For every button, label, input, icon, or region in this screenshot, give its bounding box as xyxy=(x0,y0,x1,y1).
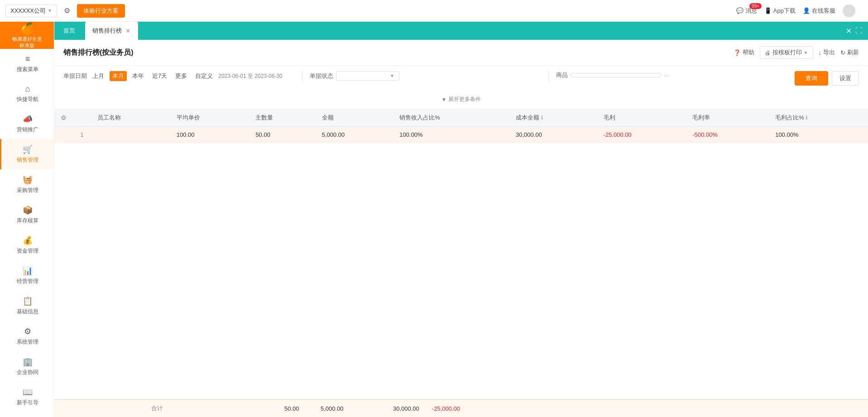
sidebar-item-label: 销售管理 xyxy=(17,156,38,164)
export-button[interactable]: ↓ 导出 xyxy=(819,48,835,57)
row-gross-ratio: 100.00% xyxy=(769,127,868,143)
sidebar-item-sales[interactable]: 🛒 销售管理 xyxy=(0,139,54,169)
operation-icon: 📊 xyxy=(23,266,33,276)
row-rank: 1 xyxy=(73,127,91,143)
status-select[interactable]: ▼ xyxy=(336,71,399,81)
sidebar-item-label: 经营管理 xyxy=(17,278,38,285)
sidebar-item-inventory[interactable]: 📦 库存核算 xyxy=(0,200,54,230)
message-button[interactable]: 💬 消息 99+ xyxy=(736,7,757,15)
status-arrow-icon: ▼ xyxy=(390,73,394,78)
system-icon: ⚙ xyxy=(24,326,31,336)
sidebar-item-system[interactable]: ⚙ 系统管理 xyxy=(0,321,54,351)
refresh-icon: ↻ xyxy=(840,49,845,56)
sidebar-item-label: 系统管理 xyxy=(17,338,38,346)
status-filter-label: 单据状态 xyxy=(310,72,333,80)
page-header: 销售排行榜(按业务员) ❓ 帮助 🖨 按模板打印 ▼ ↓ 导出 xyxy=(54,40,868,66)
sidebar-item-label: 搜索菜单 xyxy=(17,66,38,73)
tab-maximize-btn[interactable]: ⛶ xyxy=(855,27,863,35)
export-icon: ↓ xyxy=(819,49,822,56)
more-date-btn[interactable]: 更多 xyxy=(173,71,190,81)
goods-input[interactable] xyxy=(571,73,661,77)
help-button[interactable]: ❓ 帮助 xyxy=(734,48,754,57)
message-badge: 99+ xyxy=(749,3,762,9)
sidebar-item-search[interactable]: ≡ 搜索菜单 xyxy=(0,49,54,79)
trial-button[interactable]: 体验行业方案 xyxy=(77,4,125,18)
tab-close-window-btn[interactable]: ✕ xyxy=(846,27,852,35)
top-bar-left: XXXXXX公司 ▼ ⚙ 体验行业方案 xyxy=(5,4,125,18)
tab-sales-ranking[interactable]: 销售排行榜 ✕ xyxy=(85,22,138,40)
sidebar-item-label: 库存核算 xyxy=(17,217,38,225)
filter-divider-1 xyxy=(302,71,302,82)
print-icon: 🖨 xyxy=(765,49,771,56)
expand-label: 展开更多条件 xyxy=(448,96,481,103)
more-conditions-btn[interactable]: ··· xyxy=(664,72,669,79)
col-sales-ratio: 销售收入占比% xyxy=(393,109,509,127)
logo-text: 畅康通好生意标准版 xyxy=(12,36,42,49)
company-selector[interactable]: XXXXXX公司 ▼ xyxy=(5,5,57,17)
tab-close-icon[interactable]: ✕ xyxy=(125,28,131,34)
gross-ratio-info-icon[interactable]: ℹ xyxy=(806,115,808,121)
avatar[interactable] xyxy=(843,5,855,17)
cost-info-icon[interactable]: ℹ xyxy=(541,115,543,121)
footer-main-qty: 50.00 xyxy=(278,405,314,412)
sidebar-item-apps[interactable]: 📱 应用中心 xyxy=(0,412,54,417)
top-bar-right: 💬 消息 99+ 📱 App下载 👤 在线客服 xyxy=(736,5,863,17)
basic-icon: 📋 xyxy=(23,296,33,306)
col-main-qty: 主数量 xyxy=(249,109,315,127)
online-service-button[interactable]: 👤 在线客服 xyxy=(803,7,835,15)
query-button[interactable]: 查询 xyxy=(795,71,828,86)
last-month-btn[interactable]: 上月 xyxy=(90,71,107,81)
sidebar-item-finance[interactable]: 💰 资金管理 xyxy=(0,230,54,260)
online-service-label: 在线客服 xyxy=(812,7,835,15)
content-area: 首页 销售排行榜 ✕ ✕ ⛶ 销售排行榜(按业务员) ❓ 帮助 xyxy=(54,22,868,417)
table-area: ⚙ 员工名称 平均单价 主数量 全额 销售收入占比% 成本全额 ℹ xyxy=(54,109,868,399)
this-year-btn[interactable]: 本年 xyxy=(129,71,147,81)
sidebar-item-guide[interactable]: 📖 新手引导 xyxy=(0,382,54,412)
row-avg-price: 100.00 xyxy=(170,127,249,143)
sidebar-item-purchase[interactable]: 🧺 采购管理 xyxy=(0,169,54,200)
col-gross-rate: 毛利率 xyxy=(686,109,769,127)
sales-icon: 🛒 xyxy=(23,144,33,154)
refresh-button[interactable]: ↻ 刷新 xyxy=(840,48,859,57)
enterprise-icon: 🏢 xyxy=(23,357,33,367)
date-filter-buttons: 上月 本月 本年 近7天 更多 自定义 2023-06-01 至 2023-06… xyxy=(90,71,283,81)
this-month-btn[interactable]: 本月 xyxy=(110,71,127,81)
app-download-button[interactable]: 📱 App下载 xyxy=(764,7,796,15)
table-footer: 合计 50.00 5,000.00 30,000.00 -25,000.00 xyxy=(54,399,868,417)
app-download-label: App下载 xyxy=(773,7,796,15)
tab-bar-actions: ✕ ⛶ xyxy=(846,27,868,35)
page-header-actions: ❓ 帮助 🖨 按模板打印 ▼ ↓ 导出 ↻ 刷新 xyxy=(734,46,859,65)
filter-date-group: 单据日期 上月 本月 本年 近7天 更多 自定义 2023-06-01 至 20… xyxy=(63,71,295,81)
sidebar-item-operation[interactable]: 📊 经营管理 xyxy=(0,260,54,291)
col-name: 员工名称 xyxy=(91,109,170,127)
filter-divider-2 xyxy=(548,71,549,82)
col-settings-icon[interactable]: ⚙ xyxy=(61,114,67,121)
sidebar-item-nav[interactable]: ⌂ 快捷导航 xyxy=(0,79,54,109)
sidebar-item-label: 营销推广 xyxy=(17,126,38,134)
filter-status-group: 单据状态 ▼ xyxy=(310,71,541,81)
sidebar-item-marketing[interactable]: 📣 营销推广 xyxy=(0,109,54,139)
query-actions: 查询 设置 xyxy=(795,71,859,86)
expand-conditions: ▼ 展开更多条件 xyxy=(63,93,859,103)
footer-amount: 5,000.00 xyxy=(314,405,350,412)
page-content: 销售排行榜(按业务员) ❓ 帮助 🖨 按模板打印 ▼ ↓ 导出 xyxy=(54,40,868,417)
settings-icon[interactable]: ⚙ xyxy=(61,5,73,17)
sidebar-item-enterprise[interactable]: 🏢 企业协同 xyxy=(0,351,54,382)
last7-btn[interactable]: 近7天 xyxy=(149,71,170,81)
custom-btn[interactable]: 自定义 xyxy=(192,71,216,81)
table-settings-button[interactable]: 设置 xyxy=(832,71,859,86)
footer-total-label: 合计 xyxy=(151,404,242,412)
sidebar-item-basic[interactable]: 📋 基础信息 xyxy=(0,291,54,321)
row-gross: -25,000.00 xyxy=(597,127,686,143)
footer-cost-amount: 30,000.00 xyxy=(387,405,426,412)
filter-bar: 单据日期 上月 本月 本年 近7天 更多 自定义 2023-06-01 至 20… xyxy=(54,66,868,109)
guide-icon: 📖 xyxy=(23,387,33,397)
expand-button[interactable]: ▼ 展开更多条件 xyxy=(441,96,481,103)
search-icon: ≡ xyxy=(25,54,30,64)
page-title: 销售排行榜(按业务员) xyxy=(63,48,134,64)
col-cost-amount: 成本全额 ℹ xyxy=(509,109,597,127)
print-button[interactable]: 🖨 按模板打印 ▼ xyxy=(760,46,813,59)
sidebar: 🍊 畅康通好生意标准版 ≡ 搜索菜单 ⌂ 快捷导航 📣 营销推广 🛒 销售管理 … xyxy=(0,22,54,417)
tab-home[interactable]: 首页 xyxy=(54,22,84,40)
sidebar-logo: 🍊 畅康通好生意标准版 xyxy=(0,22,54,49)
